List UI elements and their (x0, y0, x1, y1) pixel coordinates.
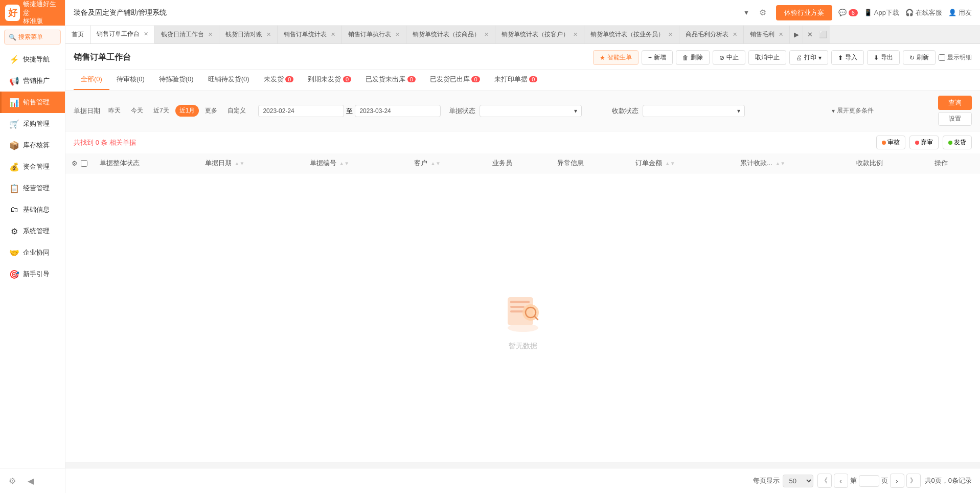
date-range-field: 至 (258, 105, 441, 117)
tab-close-icon[interactable]: ✕ (733, 31, 737, 38)
tab-home[interactable]: 首页 (65, 26, 90, 44)
sidebar-item-purchase[interactable]: 🛒 采购管理 (0, 113, 65, 135)
system-icon: ⚙ (10, 227, 19, 236)
sidebar-collapse-btn[interactable]: ◀ (24, 474, 38, 488)
tab-close-icon[interactable]: ✕ (266, 31, 271, 38)
filter-tab-overdue-unshipped[interactable]: 到期未发货 0 (301, 70, 358, 90)
import-button[interactable]: ⬆ 导入 (831, 50, 864, 65)
tab-close-icon[interactable]: ✕ (779, 31, 783, 38)
shortcut-today[interactable]: 今天 (127, 105, 147, 117)
query-button[interactable]: 查询 (938, 96, 972, 110)
date-from-input[interactable] (258, 105, 344, 117)
shortcut-more[interactable]: 更多 (201, 105, 221, 117)
industry-solution-button[interactable]: 体验行业方案 (776, 5, 832, 20)
sidebar-item-inventory[interactable]: 📦 库存核算 (0, 135, 65, 156)
filter-tab-shipped-not-out[interactable]: 已发货未出库 0 (358, 70, 423, 90)
tab-close-icon[interactable]: ✕ (144, 31, 148, 37)
filter-tab-pending-inspect[interactable]: 待拣验货(0) (152, 70, 201, 90)
tab-more-btn[interactable]: ▶ (790, 26, 803, 44)
delete-button[interactable]: 🗑 删除 (676, 50, 710, 65)
tab-close-all-btn[interactable]: ✕ (803, 26, 816, 44)
tab-cash-reconcile[interactable]: 钱货日清对账 ✕ (219, 26, 278, 44)
filter-tab-unshipped[interactable]: 未发货 0 (257, 70, 301, 90)
sidebar-search-section: 🔍 搜索菜单 (0, 26, 65, 49)
tab-maximize-btn[interactable]: ⬜ (816, 26, 830, 44)
settings-button[interactable]: 设置 (938, 112, 972, 126)
tab-gross-margin[interactable]: 商品毛利分析表 ✕ (679, 26, 744, 44)
prev-page-btn[interactable]: ‹ (834, 474, 848, 488)
tab-sales-profit[interactable]: 销售毛利 ✕ (744, 26, 790, 44)
page-number-input[interactable]: 1 (859, 475, 879, 487)
show-detail-checkbox[interactable] (939, 54, 945, 61)
search-menu-button[interactable]: 🔍 搜索菜单 (4, 30, 61, 44)
sidebar-item-quick-nav[interactable]: ⚡ 快捷导航 (0, 49, 65, 70)
sidebar-item-guide[interactable]: 🎯 新手引导 (0, 263, 65, 285)
tab-sales-workbench[interactable]: 销售订单工作台 ✕ (90, 26, 155, 44)
filter-tab-wangpu-ship[interactable]: 旺铺待发货(0) (201, 70, 257, 90)
review-btn[interactable]: 审核 (876, 136, 905, 149)
sidebar-item-system[interactable]: ⚙ 系统管理 (0, 220, 65, 242)
tab-cash-daily[interactable]: 钱货日清工作台 ✕ (155, 26, 219, 44)
print-button[interactable]: 🖨 打印 ▾ (789, 50, 828, 65)
tab-close-icon[interactable]: ✕ (484, 31, 489, 38)
stop-button[interactable]: ⊘ 中止 (713, 50, 745, 65)
add-button[interactable]: + 新增 (642, 50, 673, 65)
sidebar-item-cooperation[interactable]: 🤝 企业协同 (0, 242, 65, 263)
tab-sales-stats[interactable]: 销售订单统计表 ✕ (278, 26, 342, 44)
filter-tab-all[interactable]: 全部(0) (74, 70, 109, 90)
tab-close-icon[interactable]: ✕ (395, 31, 400, 38)
message-btn[interactable]: 💬 6 (838, 9, 858, 16)
online-service-btn[interactable]: 🎧 在线客服 (905, 8, 942, 17)
sort-icon[interactable]: ▲▼ (430, 161, 441, 166)
status-select[interactable]: ▾ (480, 105, 582, 117)
sort-icon[interactable]: ▲▼ (235, 161, 245, 166)
settings-icon[interactable]: ⚙ (756, 6, 770, 20)
select-all-checkbox[interactable] (81, 160, 87, 167)
cancel-stop-button[interactable]: 取消中止 (748, 50, 786, 65)
user-avatar[interactable]: 👤 用友 (948, 8, 972, 17)
filter-tab-pending-review[interactable]: 待审核(0) (109, 70, 152, 90)
next-page-btn[interactable]: › (890, 474, 904, 488)
sort-icon[interactable]: ▲▼ (775, 161, 785, 166)
ship-btn[interactable]: 发货 (943, 136, 972, 149)
filter-tab-unprinted[interactable]: 未打印单据 0 (487, 70, 545, 90)
sidebar-item-marketing[interactable]: 📢 营销推广 (0, 70, 65, 92)
refresh-button[interactable]: ↻ 刷新 (903, 50, 936, 65)
sort-icon[interactable]: ▲▼ (339, 161, 349, 166)
tab-sales-by-product[interactable]: 销货单统计表（按商品） ✕ (406, 26, 495, 44)
sidebar-item-operations[interactable]: 📋 经营管理 (0, 177, 65, 199)
page-size-select[interactable]: 50 100 200 (783, 475, 813, 487)
tab-sales-exec[interactable]: 销售订单执行表 ✕ (342, 26, 406, 44)
horizontal-scrollbar[interactable] (65, 462, 980, 468)
tab-close-icon[interactable]: ✕ (668, 31, 673, 38)
sidebar-item-sales[interactable]: 📊 销售管理 (0, 92, 65, 113)
th-abnormal: 异常信息 (551, 153, 629, 173)
filter-tab-shipped-out[interactable]: 已发货已出库 0 (423, 70, 487, 90)
sidebar-item-basic-info[interactable]: 🗂 基础信息 (0, 199, 65, 220)
sort-icon[interactable]: ▲▼ (665, 161, 675, 166)
settings-col-icon[interactable]: ⚙ (72, 160, 78, 167)
export-icon: ⬇ (874, 54, 879, 61)
first-page-btn[interactable]: 《 (817, 474, 832, 488)
tab-close-icon[interactable]: ✕ (331, 31, 335, 38)
date-to-input[interactable] (355, 105, 441, 117)
shortcut-7days[interactable]: 近7天 (149, 105, 173, 117)
tab-close-icon[interactable]: ✕ (208, 31, 213, 38)
shortcut-yesterday[interactable]: 昨天 (104, 105, 125, 117)
tab-sales-by-staff[interactable]: 销货单统计表（按业务员） ✕ (584, 26, 679, 44)
sidebar-item-finance[interactable]: 💰 资金管理 (0, 156, 65, 177)
dropdown-btn[interactable]: ▼ (743, 9, 749, 16)
shortcut-custom[interactable]: 自定义 (223, 105, 250, 117)
tab-sales-by-customer[interactable]: 销货单统计表（按客户） ✕ (495, 26, 584, 44)
smart-gen-button[interactable]: ★ 智能生单 (593, 50, 639, 65)
show-detail-label[interactable]: 显示明细 (939, 53, 972, 62)
last-page-btn[interactable]: 》 (906, 474, 921, 488)
export-button[interactable]: ⬇ 导出 (867, 50, 900, 65)
app-download-btn[interactable]: 📱 App下载 (864, 8, 899, 17)
payment-select[interactable]: ▾ (643, 105, 745, 117)
shortcut-1month[interactable]: 近1月 (175, 105, 199, 117)
discard-review-btn[interactable]: 弃审 (909, 136, 939, 149)
tab-close-icon[interactable]: ✕ (573, 31, 578, 38)
expand-more-btn[interactable]: ▾ 展开更多条件 (832, 106, 874, 115)
sidebar-settings-btn[interactable]: ⚙ (5, 474, 19, 488)
